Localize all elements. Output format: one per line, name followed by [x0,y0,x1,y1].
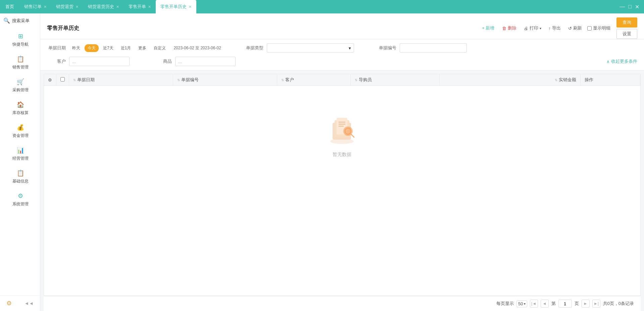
sidebar-item-basic-info[interactable]: 📋 基础信息 [0,165,40,188]
tab-sales-return-history-label: 销货退货历史 [88,4,114,10]
display-detail-input[interactable] [587,26,592,31]
page-word: 第 [551,301,556,307]
th-number-label: 单据编号 [181,77,199,82]
filter-row-2: 客户 ... 商品 ... ∧ 收起更多条件 [47,57,637,66]
th-salesperson-label: 导购员 [359,77,372,82]
page-size-dropdown-icon: ▾ [524,302,526,306]
sort-icon[interactable]: ⇅ [73,78,76,82]
sidebar-item-inventory[interactable]: 🏠 库存核算 [0,96,40,119]
prev-page-btn[interactable]: ◄ [541,300,549,308]
add-label: + 新增 [482,25,494,31]
data-table: ⚙ ⇅ 单据日期 ⇅ 单据编号 [44,74,640,178]
minimize-icon[interactable]: — [620,4,625,10]
th-checkbox[interactable] [56,74,69,86]
type-select[interactable] [267,43,354,53]
close-icon[interactable]: ✕ [189,5,192,9]
page-label: 页 [575,301,579,307]
sidebar-bottom: ⚙ ◄◄ [0,295,40,311]
page-size-select[interactable]: 50 ▾ [516,300,527,307]
print-button[interactable]: 🖨 打印 ▾ [522,24,543,33]
th-customer-label: 客户 [285,77,294,82]
next-page-btn[interactable]: ► [582,300,590,308]
purchase-label: 采购管理 [12,87,29,93]
tab-retail-history[interactable]: 零售开单历史 ✕ [156,0,196,13]
export-button[interactable]: ↑ 导出 [547,24,563,33]
display-detail-label: 显示明细 [593,25,610,31]
collapse-icon[interactable]: ◄◄ [24,301,34,306]
sidebar-search[interactable]: 🔍 搜索采单 [0,13,40,28]
sort-icon[interactable]: ⇅ [281,78,284,82]
sales-icon: 📋 [17,55,24,63]
th-action: 操作 [580,74,640,86]
current-page-input[interactable] [558,300,572,308]
query-button[interactable]: 查询 [616,17,637,28]
th-settings[interactable]: ⚙ [44,74,56,86]
close-icon[interactable]: ✕ [148,5,151,9]
system-label: 系统管理 [12,201,29,207]
refresh-label: 刷新 [573,25,582,31]
close-icon[interactable]: ✕ [116,5,119,9]
sales-label: 销售管理 [12,64,29,70]
close-icon[interactable]: ✕ [44,5,47,9]
yesterday-btn[interactable]: 昨天 [69,44,83,52]
operations-label: 经营管理 [12,156,29,161]
sidebar-item-quick-nav[interactable]: ⊞ 快捷导航 [0,28,40,51]
last1month-btn[interactable]: 近1月 [118,44,134,52]
customer-input[interactable]: ... [69,57,130,66]
sidebar-item-system[interactable]: ⚙ 系统管理 [0,188,40,210]
tab-sales-order[interactable]: 销售订单 ✕ [19,0,51,13]
goods-dots: ... [178,59,182,64]
page-size-value: 50 [518,301,523,306]
number-input[interactable] [400,43,467,53]
refresh-button[interactable]: ↺ 刷新 [566,24,584,33]
delete-button[interactable]: 🗑 删除 [500,24,518,33]
purchase-icon: 🛒 [17,78,24,86]
last7days-btn[interactable]: 近7天 [100,44,116,52]
goods-input[interactable]: ... [175,57,236,66]
number-filter-label: 单据编号 [378,45,396,51]
collapse-button[interactable]: ∧ 收起更多条件 [606,58,637,64]
delete-icon: 🗑 [502,26,506,31]
export-label: 导出 [552,25,561,31]
print-icon: 🖨 [524,26,528,31]
search-label: 搜索采单 [12,18,30,24]
system-icon: ⚙ [18,192,23,200]
tab-sales-return-history[interactable]: 销货退货历史 ✕ [83,0,124,13]
add-button[interactable]: + 新增 [480,24,496,33]
inventory-label: 库存核算 [12,110,29,116]
page-title: 零售开单历史 [47,25,79,32]
sort-icon[interactable]: ⇅ [555,78,557,82]
last-page-btn[interactable]: ►| [592,300,600,308]
sidebar-item-operations[interactable]: 📊 经营管理 [0,142,40,165]
th-salesperson: ⇅ 导购员 [351,74,440,86]
sort-icon[interactable]: ⇅ [355,78,357,82]
tab-retail-history-label: 零售开单历史 [160,4,187,10]
tab-home[interactable]: 首页 [0,0,19,13]
settings-icon[interactable]: ⚙ [6,300,12,307]
select-all-checkbox[interactable] [60,77,65,82]
finance-label: 资金管理 [12,133,29,139]
window-controls: — □ ✕ [620,4,644,10]
delete-label: 删除 [508,25,516,31]
first-page-btn[interactable]: |◄ [530,300,538,308]
sidebar-item-finance[interactable]: 💰 资金管理 [0,119,40,142]
display-detail-checkbox[interactable]: 显示明细 [587,25,610,31]
tab-retail-open[interactable]: 零售开单 ✕ [124,0,156,13]
settings-gear-icon[interactable]: ⚙ [48,77,52,83]
settings-button[interactable]: 设置 [616,29,637,39]
sort-icon[interactable]: ⇅ [177,78,180,82]
finance-icon: 💰 [17,124,24,131]
filter-row-1: 单据日期 昨天 今天 近7天 近1月 更多 自定义 2023-06-02 至 2… [47,43,637,53]
print-label: 打印 [530,25,538,31]
sidebar-item-sales-mgmt[interactable]: 📋 销售管理 [0,51,40,73]
today-btn[interactable]: 今天 [85,44,99,52]
maximize-icon[interactable]: □ [628,4,632,10]
sidebar-item-purchase-mgmt[interactable]: 🛒 采购管理 [0,73,40,96]
close-icon[interactable]: ✕ [76,5,79,9]
more-btn[interactable]: 更多 [135,44,149,52]
collapse-icon: ∧ [606,59,610,64]
window-close-icon[interactable]: ✕ [635,4,639,10]
tab-sales-return[interactable]: 销货退货 ✕ [51,0,83,13]
toolbar: + 新增 🗑 删除 🖨 打印 ▾ ↑ 导出 ↺ 刷新 [480,17,637,39]
custom-btn[interactable]: 自定义 [151,44,169,52]
